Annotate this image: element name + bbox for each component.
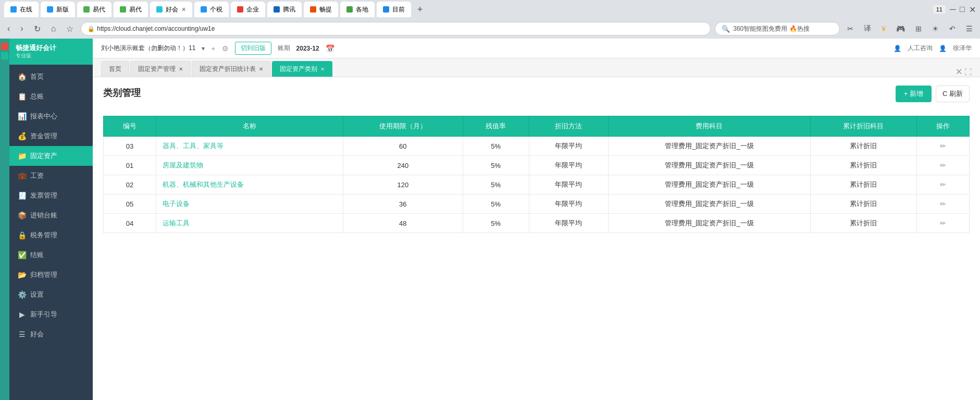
- sidebar-item-purchase-sales[interactable]: 📦 进销台账: [9, 205, 93, 225]
- cell-action-1: ✏: [916, 156, 969, 175]
- browser-tab-close-5[interactable]: ✕: [181, 6, 186, 13]
- cell-name-4[interactable]: 运输工具: [156, 214, 343, 233]
- refresh-button[interactable]: C 刷新: [936, 86, 970, 102]
- sidebar-label-invoices: 发票管理: [30, 191, 57, 200]
- sidebar-item-finance[interactable]: 💰 资金管理: [9, 126, 93, 146]
- switch-to-old-version-button[interactable]: 切到旧版: [235, 42, 271, 55]
- tab-bar: 首页 固定资产管理 ✕ 固定资产折旧统计表 ✕ 固定资产类别 ✕ ✕ ⛶: [93, 58, 980, 77]
- search-text[interactable]: 360智能抠图免费用 🔥热搜: [733, 25, 809, 33]
- sidebar-item-reports[interactable]: 📊 报表中心: [9, 106, 93, 126]
- calendar-icon[interactable]: 📅: [326, 44, 334, 53]
- cell-action-2: ✏: [916, 175, 969, 195]
- sidebar-item-archive[interactable]: 📂 归档管理: [9, 265, 93, 285]
- new-tab-button[interactable]: +: [413, 3, 427, 16]
- tab-label-11: 目前: [392, 5, 405, 14]
- edit-button-1[interactable]: ✏: [940, 161, 946, 169]
- tab-favicon-9: [310, 6, 316, 13]
- browser-tab-11[interactable]: 目前: [377, 2, 411, 17]
- tab-home[interactable]: 首页: [101, 61, 129, 77]
- tab-ds-label: 固定资产折旧统计表: [200, 65, 256, 74]
- sidebar-label-archive: 归档管理: [30, 270, 57, 280]
- currency-icon[interactable]: ¥: [878, 23, 889, 34]
- username-display: 徐泽华: [953, 44, 972, 53]
- logo-sub: 专业版: [16, 52, 56, 59]
- game-icon[interactable]: 🎮: [893, 23, 908, 34]
- sidebar-label-closing: 结账: [30, 250, 44, 260]
- browser-tab-2[interactable]: 新版: [41, 2, 75, 17]
- sidebar-item-haohui[interactable]: ☰ 好会: [9, 324, 93, 344]
- col-header-period: 使用期限（月）: [343, 116, 463, 137]
- tab-asset-categories[interactable]: 固定资产类别 ✕: [272, 61, 332, 77]
- sidebar-item-tax[interactable]: 🔒 税务管理: [9, 225, 93, 245]
- undo-icon[interactable]: ↶: [946, 23, 959, 34]
- tab-favicon-4: [120, 6, 126, 13]
- edit-button-4[interactable]: ✏: [940, 219, 946, 227]
- tab-ac-close[interactable]: ✕: [320, 66, 325, 72]
- browser-tab-3[interactable]: 易代: [77, 2, 111, 17]
- browser-tab-9[interactable]: 畅提: [304, 2, 338, 17]
- tab-depreciation-stats[interactable]: 固定资产折旧统计表 ✕: [192, 61, 271, 77]
- expand-content-button[interactable]: ⛶: [964, 68, 972, 76]
- tab-label-1: 在线: [20, 5, 32, 14]
- browser-tab-8[interactable]: 腾讯: [267, 2, 302, 17]
- tab-fixed-assets-management[interactable]: 固定资产管理 ✕: [130, 61, 191, 77]
- cell-name-1[interactable]: 房屋及建筑物: [156, 156, 343, 175]
- browser-tab-10[interactable]: 各地: [340, 2, 375, 17]
- menu-icon[interactable]: ☰: [963, 23, 976, 34]
- cell-name-3[interactable]: 电子设备: [156, 195, 343, 214]
- user-dropdown-button[interactable]: ▾: [202, 45, 205, 52]
- cell-id-4: 04: [104, 214, 156, 233]
- sidebar-item-general-ledger[interactable]: 📋 总账: [9, 87, 93, 106]
- bookmark-button[interactable]: ☆: [63, 23, 77, 35]
- browser-tab-5[interactable]: 好会 ✕: [150, 2, 192, 17]
- back-button[interactable]: ‹: [4, 23, 13, 34]
- settings-header-button[interactable]: ⚙: [222, 44, 229, 53]
- support-label[interactable]: 人工咨询: [908, 44, 933, 53]
- app-wrapper: 畅捷通好会计 专业版 🏠 首页 📋 总账 📊 报表中心 💰 资金管理 �: [0, 39, 980, 400]
- add-button[interactable]: +: [211, 44, 215, 53]
- col-header-expense: 费用科目: [609, 116, 810, 137]
- settings-gear-icon: ⚙️: [18, 290, 26, 299]
- home-button[interactable]: ⌂: [48, 23, 59, 34]
- address-bar[interactable]: 🔒 https://cloud.chanjet.com/accounting/u…: [81, 22, 711, 35]
- sidebar-label-payroll: 工资: [30, 171, 44, 180]
- sidebar-item-closing[interactable]: ✅ 结账: [9, 245, 93, 265]
- col-header-name: 名称: [156, 116, 343, 137]
- sidebar-item-fixed-assets[interactable]: 📁 固定资产: [9, 146, 93, 166]
- sidebar-logo: 畅捷通好会计 专业版: [9, 39, 93, 65]
- sidebar-label-guide: 新手引导: [30, 310, 57, 319]
- sidebar-item-home[interactable]: 🏠 首页: [9, 67, 93, 87]
- scissors-icon[interactable]: ✂: [844, 23, 857, 34]
- minimize-button[interactable]: ─: [950, 5, 956, 14]
- cell-method-2: 年限平均: [529, 175, 609, 195]
- sidebar-item-guide[interactable]: ▶ 新手引导: [9, 305, 93, 324]
- sidebar-item-settings[interactable]: ⚙️ 设置: [9, 285, 93, 305]
- cell-id-3: 05: [104, 195, 156, 214]
- reload-button[interactable]: ↻: [31, 23, 44, 35]
- cell-name-0[interactable]: 器具、工具、家具等: [156, 137, 343, 156]
- close-all-tabs-button[interactable]: ✕: [956, 67, 962, 77]
- edit-button-2[interactable]: ✏: [940, 180, 946, 189]
- browser-tab-6[interactable]: 个税: [194, 2, 229, 17]
- cell-name-2[interactable]: 机器、机械和其他生产设备: [156, 175, 343, 195]
- sidebar-item-invoices[interactable]: 🧾 发票管理: [9, 186, 93, 205]
- browser-tab-4[interactable]: 易代: [114, 2, 148, 17]
- browser-tab-7[interactable]: 企业: [231, 2, 265, 17]
- edit-button-0[interactable]: ✏: [940, 142, 946, 150]
- add-category-button[interactable]: + 新增: [896, 86, 932, 102]
- grid-icon[interactable]: ⊞: [912, 23, 925, 34]
- browser-tab-1[interactable]: 在线: [4, 2, 39, 17]
- close-button[interactable]: ✕: [969, 5, 976, 15]
- maximize-button[interactable]: □: [960, 5, 965, 14]
- tab-fam-close[interactable]: ✕: [179, 66, 183, 72]
- cell-method-0: 年限平均: [529, 137, 609, 156]
- forward-button[interactable]: ›: [17, 23, 26, 34]
- browser-chrome: 在线 新版 易代 易代 好会 ✕ 个税 企业 腾讯 畅提 各地 目前 +: [0, 0, 980, 19]
- sidebar-label-assets: 固定资产: [30, 151, 57, 161]
- translate-icon[interactable]: 译: [861, 23, 874, 34]
- settings-icon[interactable]: ☀: [929, 23, 942, 34]
- edit-button-3[interactable]: ✏: [940, 200, 946, 208]
- main-content: 类别管理 + 新增 C 刷新 编号 名称 使用期限（月） 残值率 折旧方法 费用…: [93, 77, 980, 400]
- sidebar-item-payroll[interactable]: 💼 工资: [9, 166, 93, 186]
- tab-ds-close[interactable]: ✕: [259, 66, 263, 72]
